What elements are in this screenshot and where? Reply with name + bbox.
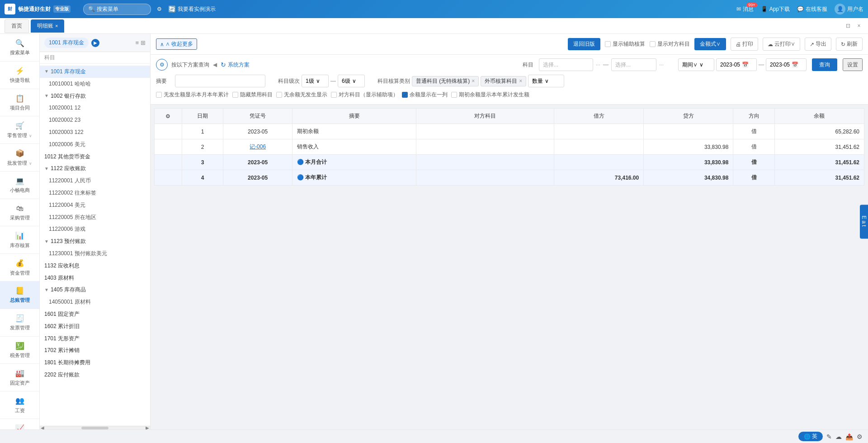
tree-node-1002[interactable]: ▼ 1002 银行存款 <box>40 90 150 102</box>
cloud-icon[interactable]: ☁ <box>835 433 842 440</box>
tree-nav-btn[interactable]: ▶ <box>91 39 99 47</box>
collapse-more-btn[interactable]: ∧ ∧ 收起更多 <box>156 38 197 50</box>
col-settings[interactable]: ⚙ <box>155 109 182 124</box>
tree-list-icon[interactable]: ≡ <box>135 39 139 46</box>
nav-assets[interactable]: 🏭 固定资产 <box>0 364 39 391</box>
check-opposite-subject[interactable]: 对方科目（显示辅助项） <box>331 91 398 99</box>
settings-text-btn[interactable]: 设置 <box>843 58 863 71</box>
tag-normal-subject[interactable]: 普通科目 (无特殊核算) × <box>412 76 479 86</box>
row4-settings[interactable] <box>155 170 182 186</box>
nav-quick[interactable]: ⚡ 快捷导航 <box>0 62 39 89</box>
tab-home[interactable]: 首页 <box>5 19 29 33</box>
tree-selected-account[interactable]: 1001 库存现金 <box>44 38 89 48</box>
voucher-link[interactable]: 记-006 <box>250 143 266 150</box>
tree-node-1801[interactable]: 1801 长期待摊费用 <box>40 357 150 369</box>
scroll-left-arrow[interactable]: ◀ <box>41 425 44 429</box>
check-opening-balance[interactable]: 期初余额显示本年累计发生额 <box>451 91 529 99</box>
tree-node-1123[interactable]: ▼ 1123 预付账款 <box>40 235 150 248</box>
right-side-tab[interactable]: Eat <box>860 205 868 238</box>
tree-node-11220004[interactable]: 11220004 美元 <box>40 199 150 211</box>
tree-node-1132[interactable]: 1132 应收利息 <box>40 260 150 272</box>
tree-node-1701[interactable]: 1701 无形资产 <box>40 333 150 345</box>
amount-mode-btn[interactable]: 金额式∨ <box>694 38 726 50</box>
filter-collapse-arrow[interactable]: ◀ <box>213 62 217 68</box>
tree-node-1601[interactable]: 1601 固定资产 <box>40 308 150 320</box>
show-auxiliary-check[interactable]: 显示辅助核算 <box>605 40 645 48</box>
settings-icon-top[interactable]: ⚙ <box>154 4 165 14</box>
app-download-btn[interactable]: 📱 App下载 <box>761 5 790 13</box>
nav-inventory[interactable]: 📊 库存核算 <box>0 226 39 254</box>
filter-science-btn[interactable]: ⚙ <box>156 59 168 71</box>
tree-node-1702[interactable]: 1702 累计摊销 <box>40 344 150 357</box>
check-balance-one-col[interactable]: ✓ 余额显示在一列 <box>402 91 448 99</box>
row3-settings[interactable] <box>155 155 182 170</box>
check-no-balance[interactable]: 无余额无发生显示 <box>276 91 327 99</box>
period-start-input[interactable]: 2023-05 📅 <box>716 58 757 71</box>
top-search-input[interactable]: 🔍 搜索菜单 <box>83 4 151 15</box>
refresh-btn[interactable]: ↻ 刷新 <box>836 38 863 51</box>
tree-node-11220001[interactable]: 11220001 人民币 <box>40 175 150 187</box>
tree-node-10020006[interactable]: 10020006 美元 <box>40 138 150 151</box>
tree-scroll-track[interactable]: ◀ ▶ <box>40 426 150 429</box>
tree-node-1012[interactable]: 1012 其他货币资金 <box>40 151 150 163</box>
user-avatar[interactable]: 👤 用户名 <box>835 4 863 14</box>
show-opposite-check[interactable]: 显示对方科目 <box>650 40 690 48</box>
tree-node-14050001[interactable]: 14050001 原材料 <box>40 296 150 308</box>
print-btn[interactable]: 🖨 打印 <box>731 38 758 51</box>
quantity-select[interactable]: 数量 ∨ <box>528 75 564 87</box>
tree-node-10010001[interactable]: 10010001 哈哈哈 <box>40 78 150 90</box>
tree-expand-icon[interactable]: ⊞ <box>141 39 146 46</box>
tag-foreign-subject[interactable]: 外币核算科目 × <box>481 76 526 86</box>
nav-capital[interactable]: 💰 资金管理 <box>0 254 39 281</box>
tab-ledger[interactable]: 明细账 × <box>31 19 64 33</box>
tag-normal-close[interactable]: × <box>472 78 475 84</box>
lang-btn[interactable]: 🌐 英 <box>798 432 823 441</box>
row2-settings[interactable] <box>155 139 182 155</box>
export-btn[interactable]: ↗ 导出 <box>805 38 831 51</box>
check-no-amount[interactable]: 无发生额显示本月本年累计 <box>156 91 229 99</box>
demo-link[interactable]: 🔄 我要看实例演示 <box>168 5 216 13</box>
scroll-thumb[interactable] <box>81 427 108 429</box>
query-btn[interactable]: 查询 <box>812 58 837 71</box>
scroll-right-arrow[interactable]: ▶ <box>146 425 149 429</box>
tab-close-btn[interactable]: × <box>55 23 58 29</box>
nav-business[interactable]: 📈 经营管理 <box>0 419 39 429</box>
nav-invoice[interactable]: 🧾 发票管理 <box>0 309 39 337</box>
check-hide-disabled[interactable]: 隐藏禁用科目 <box>232 91 273 99</box>
nav-ledger[interactable]: 📒 总账管理 <box>0 281 39 309</box>
subject-input[interactable]: 选择... <box>539 58 593 71</box>
upload-icon[interactable]: 📤 <box>845 433 853 440</box>
nav-tax[interactable]: 💹 税务管理 <box>0 337 39 364</box>
nav-hr[interactable]: 👥 工资 <box>0 391 39 419</box>
tree-node-2202[interactable]: 2202 应付账款 <box>40 369 150 381</box>
tree-node-1122[interactable]: ▼ 1122 应收账款 <box>40 162 150 175</box>
tree-node-1001[interactable]: ▼ 1001 库存现金 <box>40 66 150 78</box>
period-end-input[interactable]: 2023-05 📅 <box>766 58 807 71</box>
message-btn[interactable]: ✉ 消息 99+ <box>736 5 754 13</box>
tree-node-1602[interactable]: 1602 累计折旧 <box>40 320 150 333</box>
tree-node-11220002[interactable]: 11220002 往来标签 <box>40 187 150 199</box>
tree-node-11220005[interactable]: 11220005 所在地区 <box>40 211 150 224</box>
nav-search[interactable]: 🔍 搜索菜单 <box>0 34 39 62</box>
nav-wholesale[interactable]: 📦 批发管理 ∨ <box>0 144 39 171</box>
edit-icon[interactable]: ✎ <box>826 433 832 440</box>
tree-node-1405[interactable]: ▼ 1405 库存商品 <box>40 284 150 296</box>
nav-purchase[interactable]: 🛍 采购管理 <box>0 199 39 227</box>
period-select[interactable]: 期间∨ ∨ <box>678 58 714 71</box>
nav-project[interactable]: 📋 项目合同 <box>0 89 39 117</box>
level-end-select[interactable]: 6级 ∨ <box>338 75 365 87</box>
tree-node-10020002[interactable]: 10020002 23 <box>40 114 150 126</box>
tree-node-10020001[interactable]: 10020001 12 <box>40 102 150 114</box>
tab-expand-btn[interactable]: ⊡ <box>844 21 853 30</box>
cloud-print-btn[interactable]: ☁ 云打印∨ <box>763 38 800 51</box>
tree-node-1403[interactable]: 1403 原材料 <box>40 272 150 284</box>
tag-foreign-close[interactable]: × <box>519 78 522 84</box>
row1-settings[interactable] <box>155 124 182 139</box>
tree-node-10020003[interactable]: 10020003 122 <box>40 126 150 138</box>
tree-node-11220006[interactable]: 11220006 游戏 <box>40 223 150 235</box>
tab-close-all-btn[interactable]: × <box>854 21 863 30</box>
online-service-btn[interactable]: 💬 在线客服 <box>797 5 827 13</box>
config-icon[interactable]: ⚙ <box>857 433 863 440</box>
nav-ecommerce[interactable]: 💻 小畅电商 <box>0 171 39 199</box>
summary-input[interactable] <box>175 75 265 87</box>
